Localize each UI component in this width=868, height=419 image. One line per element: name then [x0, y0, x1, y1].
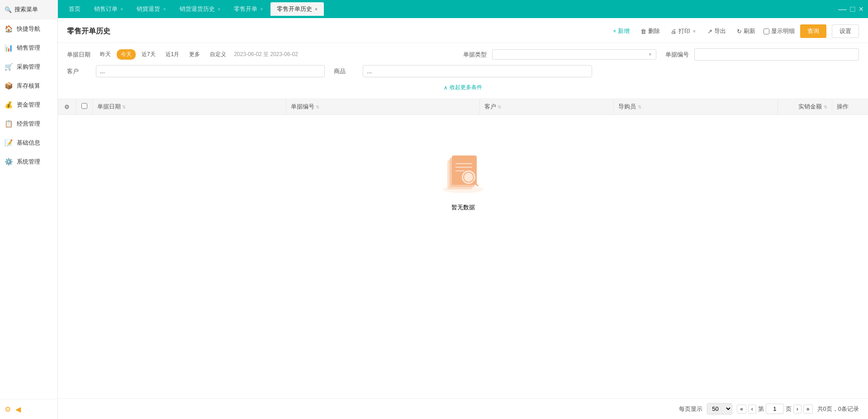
- document-icon: 📝: [5, 139, 13, 147]
- tab-retail-history-close[interactable]: ×: [315, 6, 318, 12]
- export-icon: ↗: [707, 28, 712, 35]
- refresh-icon: ↻: [737, 28, 742, 35]
- page-unit: 页: [786, 405, 792, 413]
- window-min-btn[interactable]: —: [839, 5, 847, 14]
- tab-home-label: 首页: [69, 5, 81, 13]
- date-custom-btn[interactable]: 自定义: [206, 49, 230, 60]
- th-action-label: 操作: [837, 103, 849, 110]
- window-close-btn[interactable]: ×: [859, 5, 863, 14]
- tab-sales-return-history[interactable]: 销货退货历史 ×: [173, 2, 227, 16]
- collapse-button[interactable]: ∧ 收起更多条件: [67, 82, 859, 93]
- empty-icon: [436, 151, 490, 196]
- filter-number: 单据编号: [665, 48, 859, 61]
- tab-sales-return-close[interactable]: ×: [163, 6, 166, 12]
- sidebar-item-basic-info[interactable]: 📝 基础信息: [0, 133, 57, 152]
- print-button[interactable]: 🖨 打印 ▼: [668, 25, 699, 37]
- th-settings[interactable]: ⚙: [58, 99, 76, 115]
- settings-icon: ⚙: [64, 104, 70, 110]
- sidebar-item-system[interactable]: ⚙️ 系统管理: [0, 152, 57, 171]
- settings-button[interactable]: 设置: [832, 24, 859, 38]
- th-date[interactable]: 单据日期 ⇅: [92, 99, 286, 115]
- tab-home[interactable]: 首页: [62, 2, 87, 16]
- next-page-btn[interactable]: ›: [793, 405, 802, 414]
- tab-sales-order-close[interactable]: ×: [120, 6, 123, 12]
- date-range-text: 2023-06-02 至 2023-06-02: [234, 51, 298, 58]
- th-customer[interactable]: 客户 ⇅: [479, 99, 614, 115]
- date-quick-buttons: 昨天 今天 近7天 近1月 更多 自定义: [96, 49, 230, 60]
- toolbar: + 新增 🗑 删除 🖨 打印 ▼ ↗ 导出 ↻ 刷新: [610, 24, 859, 38]
- date-filter-label: 单据日期: [67, 51, 92, 59]
- trash-icon: 🗑: [640, 28, 646, 35]
- date-1month-btn[interactable]: 近1月: [161, 49, 184, 60]
- date-7days-btn[interactable]: 近7天: [138, 49, 160, 60]
- delete-label: 删除: [648, 27, 660, 35]
- filter-customer: 客户 ...: [67, 65, 325, 77]
- content: 零售开单历史 + 新增 🗑 删除 🖨 打印 ▼ ↗ 导出 ↻: [58, 18, 868, 419]
- date-yesterday-btn[interactable]: 昨天: [96, 49, 115, 60]
- select-all-checkbox[interactable]: [81, 103, 87, 109]
- page-title: 零售开单历史: [67, 27, 110, 36]
- date-more-btn[interactable]: 更多: [185, 49, 204, 60]
- customer-filter-label: 客户: [67, 67, 92, 75]
- box-icon: 📦: [5, 82, 13, 90]
- tab-sales-return-history-close[interactable]: ×: [218, 6, 220, 12]
- type-select[interactable]: ▼: [492, 49, 657, 60]
- sidebar-item-sales-mgmt[interactable]: 📊 销售管理: [0, 38, 57, 57]
- tab-sales-order[interactable]: 销售订单 ×: [88, 2, 129, 16]
- tab-sales-return[interactable]: 销貨退货 ×: [130, 2, 172, 16]
- th-action: 操作: [832, 99, 868, 115]
- sidebar-collapse-icon[interactable]: ◀: [15, 405, 21, 414]
- customer-select[interactable]: ...: [96, 65, 325, 77]
- print-icon: 🖨: [671, 28, 677, 35]
- tab-retail-open[interactable]: 零售开单 ×: [228, 2, 269, 16]
- sidebar-nav: 🏠 快捷导航 📊 销售管理 🛒 采购管理 📦 库存核算 💰 资金管理 📋 经营管…: [0, 19, 57, 399]
- number-input[interactable]: [694, 48, 859, 61]
- sidebar-item-label: 快捷导航: [17, 25, 40, 33]
- export-button[interactable]: ↗ 导出: [705, 25, 729, 37]
- date-today-btn[interactable]: 今天: [117, 49, 136, 60]
- sidebar-item-operations[interactable]: 📋 经营管理: [0, 114, 57, 133]
- th-amount[interactable]: 实销金额 ⇅: [778, 99, 832, 115]
- window-max-btn[interactable]: □: [850, 5, 855, 14]
- new-button[interactable]: + 新增: [610, 25, 632, 37]
- prev-page-btn[interactable]: ‹: [748, 405, 756, 414]
- per-page-select[interactable]: 50 20 100: [707, 403, 732, 414]
- sidebar-item-finance[interactable]: 💰 资金管理: [0, 95, 57, 114]
- show-detail-checkbox-wrap[interactable]: 显示明细: [764, 27, 795, 35]
- sidebar-item-inventory[interactable]: 📦 库存核算: [0, 76, 57, 95]
- tab-retail-open-close[interactable]: ×: [260, 6, 263, 12]
- tabbar: 首页 销售订单 × 销貨退货 × 销货退货历史 × 零售开单 × 零售开单历史 …: [58, 0, 868, 18]
- th-number[interactable]: 单据编号 ⇅: [286, 99, 479, 115]
- th-amount-label: 实销金额: [798, 103, 822, 110]
- table-header-row: ⚙ 单据日期 ⇅ 单据编号 ⇅: [58, 99, 868, 115]
- sidebar-search[interactable]: 🔍 搜索菜单: [0, 0, 57, 19]
- money-icon: 💰: [5, 101, 13, 109]
- sidebar-item-label: 基础信息: [17, 139, 40, 147]
- sidebar-settings-icon[interactable]: ⚙: [5, 405, 11, 414]
- show-detail-checkbox[interactable]: [764, 28, 769, 34]
- main-area: 首页 销售订单 × 销貨退货 × 销货退货历史 × 零售开单 × 零售开单历史 …: [58, 0, 868, 419]
- collapse-label: 收起更多条件: [450, 84, 482, 91]
- delete-button[interactable]: 🗑 删除: [638, 25, 663, 37]
- goods-filter-label: 商品: [334, 67, 359, 75]
- tab-retail-open-label: 零售开单: [234, 5, 257, 13]
- sidebar-item-quick-nav[interactable]: 🏠 快捷导航: [0, 19, 57, 38]
- type-dropdown-arrow: ▼: [648, 52, 652, 57]
- tab-retail-history-label: 零售开单历史: [277, 5, 312, 13]
- first-page-btn[interactable]: «: [737, 405, 746, 414]
- filter-date: 单据日期 昨天 今天 近7天 近1月 更多 自定义 2023-06-02 至 2…: [67, 49, 454, 60]
- th-check[interactable]: [76, 99, 92, 115]
- sidebar-item-purchase-mgmt[interactable]: 🛒 采购管理: [0, 57, 57, 76]
- page-input[interactable]: [766, 404, 784, 414]
- query-button[interactable]: 查询: [800, 24, 826, 38]
- goods-select[interactable]: ...: [363, 65, 592, 77]
- customer-select-value: ...: [100, 68, 105, 75]
- th-customer-label: 客户: [484, 103, 496, 110]
- th-guide[interactable]: 导购员 ⇅: [614, 99, 778, 115]
- last-page-btn[interactable]: »: [803, 405, 813, 414]
- number-filter-label: 单据编号: [665, 51, 691, 59]
- filter-row-1: 单据日期 昨天 今天 近7天 近1月 更多 自定义 2023-06-02 至 2…: [67, 48, 859, 61]
- print-label: 打印: [678, 27, 690, 35]
- tab-retail-history[interactable]: 零售开单历史 ×: [270, 2, 324, 16]
- refresh-button[interactable]: ↻ 刷新: [734, 25, 758, 37]
